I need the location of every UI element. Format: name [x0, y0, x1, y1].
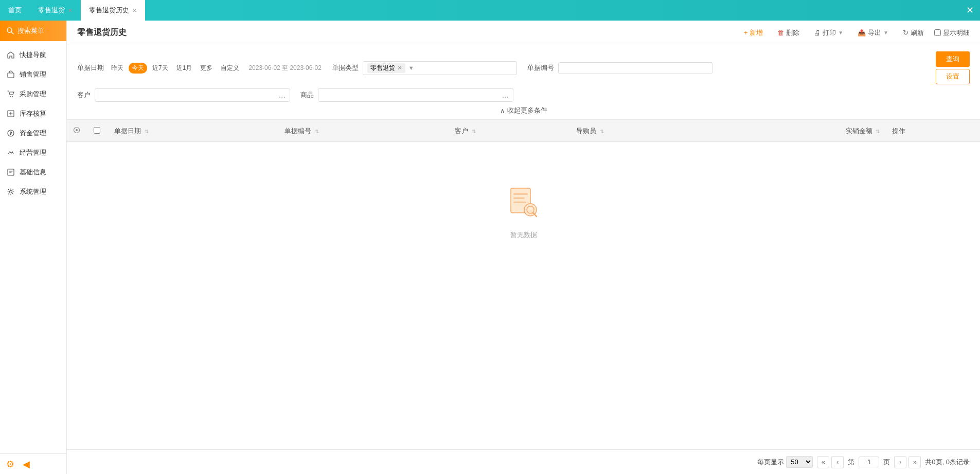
query-button[interactable]: 查询 — [936, 51, 970, 67]
basic-info-icon — [6, 168, 15, 177]
sidebar-bottom: ⚙ ◀ — [0, 453, 66, 474]
date-shortcuts: 昨天 今天 近7天 近1月 更多 自定义 — [108, 63, 242, 74]
tab-retail-return-history-close[interactable]: ✕ — [132, 7, 137, 14]
date-shortcut-yesterday[interactable]: 昨天 — [108, 63, 127, 74]
collapse-up-icon: ∧ — [500, 107, 505, 115]
filter-row-1: 单据日期 昨天 今天 近7天 近1月 更多 自定义 2023-06-02 至 2… — [77, 51, 970, 84]
customer-filter: 客户 ... — [77, 88, 290, 102]
voucher-type-tag-close[interactable]: ✕ — [397, 64, 402, 71]
sidebar-item-finance[interactable]: 资金管理 — [0, 123, 66, 143]
export-button[interactable]: 📤 导出 ▼ — [853, 26, 893, 40]
page-label-after: 页 — [883, 458, 890, 467]
filter-area: 单据日期 昨天 今天 近7天 近1月 更多 自定义 2023-06-02 至 2… — [67, 45, 980, 120]
table-header-customer[interactable]: 客户 ⇅ — [449, 121, 570, 141]
next-page-button[interactable]: › — [894, 456, 906, 468]
voucher-type-select-arrow: ▼ — [408, 65, 414, 71]
svg-point-10 — [76, 129, 78, 131]
sidebar-item-sales-mgmt[interactable]: 销售管理 — [0, 65, 66, 84]
page-label-before: 第 — [848, 458, 854, 467]
sidebar-item-purchase-mgmt-label: 采购管理 — [20, 89, 46, 99]
inventory-icon — [6, 109, 15, 118]
col-guide-sort: ⇅ — [600, 129, 604, 134]
col-date-label: 单据日期 — [114, 127, 141, 135]
goods-label: 商品 — [300, 90, 314, 100]
voucher-type-select[interactable]: 零售退货 ✕ ▼ — [363, 61, 517, 75]
window-close-button[interactable]: ✕ — [959, 0, 980, 21]
new-button[interactable]: + 新增 — [740, 26, 767, 40]
last-page-button[interactable]: » — [908, 456, 921, 468]
page-number-input[interactable] — [859, 457, 879, 467]
tab-retail-return-history[interactable]: 零售退货历史 ✕ — [81, 0, 145, 21]
table-header-amount[interactable]: 实销金额 ⇅ — [716, 121, 886, 141]
svg-point-3 — [10, 96, 11, 97]
export-button-label: 导出 — [868, 28, 881, 38]
toolbar: + 新增 🗑 删除 🖨 打印 ▼ 📤 导出 ▼ ↻ — [740, 26, 970, 40]
finance-icon — [6, 129, 15, 138]
col-action-label: 操作 — [892, 127, 905, 135]
table-header-guide[interactable]: 导购员 ⇅ — [570, 121, 716, 141]
prev-page-button[interactable]: ‹ — [831, 456, 844, 468]
main-layout: 搜索菜单 快捷导航 销售管理 — [0, 21, 980, 474]
voucher-type-tag-value: 零售退货 — [370, 64, 395, 72]
tab-home[interactable]: 首页 — [0, 0, 30, 21]
sidebar-search[interactable]: 搜索菜单 — [0, 21, 66, 41]
refresh-button[interactable]: ↻ 刷新 — [899, 26, 928, 40]
delete-button-label: 删除 — [786, 28, 799, 38]
home-icon — [6, 50, 15, 60]
goods-select[interactable]: ... — [318, 88, 513, 102]
customer-label: 客户 — [77, 90, 91, 100]
first-page-button[interactable]: « — [817, 456, 829, 468]
tab-retail-return[interactable]: 零售退货 ✕ — [30, 0, 81, 21]
refresh-button-label: 刷新 — [911, 28, 924, 38]
show-detail-checkbox-label[interactable]: 显示明细 — [934, 28, 970, 38]
svg-rect-2 — [8, 73, 14, 78]
svg-point-8 — [10, 191, 12, 193]
sidebar-item-inventory[interactable]: 库存核算 — [0, 104, 66, 123]
select-all-checkbox[interactable] — [94, 127, 100, 134]
table-header-no[interactable]: 单据编号 ⇅ — [278, 121, 449, 141]
tab-retail-return-history-label: 零售退货历史 — [89, 6, 129, 15]
date-shortcut-more[interactable]: 更多 — [197, 63, 216, 74]
page-size-dropdown[interactable]: 10 20 50 100 — [786, 456, 813, 468]
svg-rect-12 — [513, 193, 528, 195]
sidebar-search-label: 搜索菜单 — [17, 26, 44, 35]
purchase-icon — [6, 89, 15, 99]
date-filter: 单据日期 昨天 今天 近7天 近1月 更多 自定义 2023-06-02 至 2… — [77, 63, 322, 74]
sidebar-item-sales-mgmt-label: 销售管理 — [20, 70, 46, 79]
tab-retail-return-close[interactable]: ✕ — [68, 7, 73, 14]
show-detail-checkbox[interactable] — [934, 29, 941, 36]
svg-rect-7 — [8, 169, 14, 175]
sidebar-item-system[interactable]: 系统管理 — [0, 182, 66, 202]
sidebar-item-operations-label: 经营管理 — [20, 148, 46, 157]
settings-gear-icon[interactable]: ⚙ — [6, 459, 14, 470]
customer-select[interactable]: ... — [95, 88, 290, 102]
customer-dots-icon[interactable]: ... — [279, 90, 286, 100]
table-header-checkbox[interactable] — [87, 121, 108, 141]
sidebar-item-purchase-mgmt[interactable]: 采购管理 — [0, 84, 66, 104]
voucher-no-input[interactable] — [558, 62, 712, 74]
volume-icon[interactable]: ◀ — [23, 459, 30, 470]
goods-dots-icon[interactable]: ... — [502, 90, 509, 100]
svg-line-1 — [11, 32, 14, 34]
table-header-date[interactable]: 单据日期 ⇅ — [108, 121, 278, 141]
table-header-settings[interactable] — [67, 121, 87, 141]
sidebar-item-basic-info[interactable]: 基础信息 — [0, 162, 66, 182]
sidebar-item-quick-nav[interactable]: 快捷导航 — [0, 45, 66, 65]
print-button[interactable]: 🖨 打印 ▼ — [810, 26, 847, 40]
action-buttons: 查询 设置 — [936, 51, 970, 84]
page-title: 零售退货历史 — [77, 27, 127, 38]
date-shortcut-custom[interactable]: 自定义 — [218, 63, 242, 74]
date-shortcut-1month[interactable]: 近1月 — [173, 63, 195, 74]
sidebar: 搜索菜单 快捷导航 销售管理 — [0, 21, 67, 474]
settings-button[interactable]: 设置 — [936, 69, 970, 84]
empty-icon — [503, 183, 544, 224]
collapse-button[interactable]: ∧ 收起更多条件 — [500, 106, 547, 115]
date-shortcut-today[interactable]: 今天 — [129, 63, 147, 74]
show-detail-label: 显示明细 — [943, 28, 970, 38]
sidebar-item-operations[interactable]: 经营管理 — [0, 143, 66, 162]
print-icon: 🖨 — [814, 29, 821, 37]
pagination: 每页显示 10 20 50 100 « ‹ 第 页 › » 共0页, 0条记录 — [67, 449, 980, 474]
date-shortcut-7days[interactable]: 近7天 — [149, 63, 171, 74]
delete-button[interactable]: 🗑 删除 — [773, 26, 804, 40]
col-no-sort: ⇅ — [315, 129, 319, 134]
